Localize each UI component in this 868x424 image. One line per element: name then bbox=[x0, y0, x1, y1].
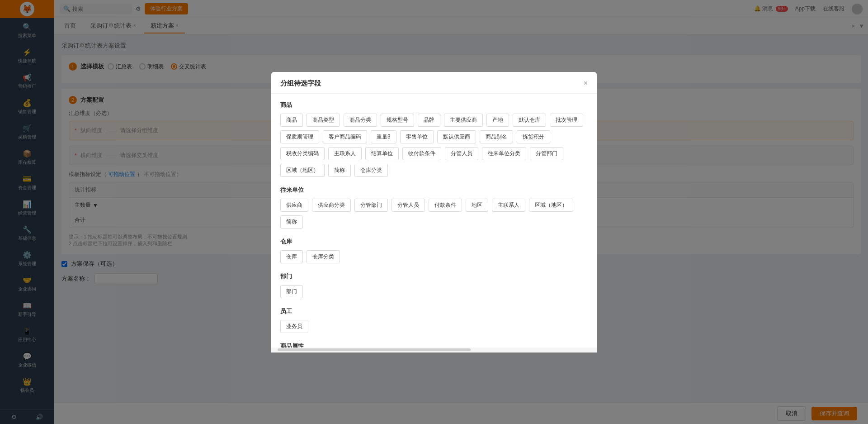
modal-section-title-3: 部门 bbox=[280, 272, 588, 281]
field-chip-0-4[interactable]: 品牌 bbox=[418, 114, 440, 127]
modal-section-title-2: 仓库 bbox=[280, 238, 588, 246]
field-chip-1-0[interactable]: 供应商 bbox=[280, 199, 308, 212]
field-chip-0-8[interactable]: 批次管理 bbox=[550, 114, 583, 127]
field-selection-modal: 分组待选字段 × 商品商品商品类型商品分类规格型号品牌主要供应商产地默认仓库批次… bbox=[271, 72, 597, 292]
modal-body[interactable]: 商品商品商品类型商品分类规格型号品牌主要供应商产地默认仓库批次管理保质期管理客户… bbox=[271, 94, 597, 292]
modal-fields-grid-2: 仓库仓库分类 bbox=[280, 250, 588, 263]
field-chip-0-23[interactable]: 区域（地区） bbox=[280, 164, 325, 177]
modal-section-3: 部门部门 bbox=[280, 272, 588, 292]
field-chip-3-0[interactable]: 部门 bbox=[280, 285, 303, 292]
modal-section-2: 仓库仓库仓库分类 bbox=[280, 238, 588, 263]
field-chip-0-13[interactable]: 默认供应商 bbox=[437, 130, 476, 143]
field-chip-0-14[interactable]: 商品别名 bbox=[480, 130, 513, 143]
field-chip-2-1[interactable]: 仓库分类 bbox=[307, 250, 340, 263]
field-chip-1-8[interactable]: 简称 bbox=[280, 215, 303, 229]
modal-section-title-1: 往来单位 bbox=[280, 186, 588, 194]
field-chip-0-7[interactable]: 默认仓库 bbox=[513, 114, 546, 127]
field-chip-0-22[interactable]: 分管部门 bbox=[530, 147, 563, 160]
modal-section-1: 往来单位供应商供应商分类分管部门分管人员付款条件地区主联系人区域（地区）简称 bbox=[280, 186, 588, 229]
modal-overlay: 分组待选字段 × 商品商品商品类型商品分类规格型号品牌主要供应商产地默认仓库批次… bbox=[0, 0, 868, 291]
field-chip-0-0[interactable]: 商品 bbox=[280, 114, 303, 127]
field-chip-1-6[interactable]: 主联系人 bbox=[492, 199, 525, 212]
modal-header: 分组待选字段 × bbox=[271, 72, 597, 94]
field-chip-1-7[interactable]: 区域（地区） bbox=[529, 199, 573, 212]
modal-fields-grid-0: 商品商品类型商品分类规格型号品牌主要供应商产地默认仓库批次管理保质期管理客户商品… bbox=[280, 114, 588, 177]
field-chip-0-9[interactable]: 保质期管理 bbox=[280, 130, 319, 143]
modal-fields-grid-1: 供应商供应商分类分管部门分管人员付款条件地区主联系人区域（地区）简称 bbox=[280, 199, 588, 229]
field-chip-1-3[interactable]: 分管人员 bbox=[392, 199, 425, 212]
modal-close-icon[interactable]: × bbox=[584, 79, 588, 87]
field-chip-2-0[interactable]: 仓库 bbox=[280, 250, 303, 263]
field-chip-0-6[interactable]: 产地 bbox=[486, 114, 509, 127]
field-chip-0-12[interactable]: 零售单位 bbox=[400, 130, 434, 143]
field-chip-0-17[interactable]: 主联系人 bbox=[328, 147, 362, 160]
field-chip-0-1[interactable]: 商品类型 bbox=[307, 114, 340, 127]
modal-section-0: 商品商品商品类型商品分类规格型号品牌主要供应商产地默认仓库批次管理保质期管理客户… bbox=[280, 101, 588, 177]
field-chip-0-3[interactable]: 规格型号 bbox=[381, 114, 414, 127]
field-chip-0-20[interactable]: 分管人员 bbox=[445, 147, 478, 160]
field-chip-0-15[interactable]: 拣货积分 bbox=[517, 130, 550, 143]
field-chip-0-25[interactable]: 仓库分类 bbox=[354, 164, 388, 177]
field-chip-0-19[interactable]: 收付款条件 bbox=[402, 147, 441, 160]
modal-fields-grid-3: 部门 bbox=[280, 285, 588, 292]
modal-section-title-0: 商品 bbox=[280, 101, 588, 109]
field-chip-0-21[interactable]: 往来单位分类 bbox=[482, 147, 526, 160]
field-chip-0-11[interactable]: 重量3 bbox=[371, 130, 396, 143]
field-chip-0-16[interactable]: 税收分类编码 bbox=[280, 147, 325, 160]
field-chip-1-4[interactable]: 付款条件 bbox=[429, 199, 462, 212]
field-chip-0-5[interactable]: 主要供应商 bbox=[444, 114, 483, 127]
modal-title: 分组待选字段 bbox=[280, 79, 321, 88]
field-chip-0-2[interactable]: 商品分类 bbox=[344, 114, 377, 127]
field-chip-0-10[interactable]: 客户商品编码 bbox=[323, 130, 367, 143]
field-chip-0-24[interactable]: 简称 bbox=[328, 164, 351, 177]
field-chip-1-1[interactable]: 供应商分类 bbox=[312, 199, 351, 212]
field-chip-0-18[interactable]: 结算单位 bbox=[365, 147, 399, 160]
field-chip-1-2[interactable]: 分管部门 bbox=[354, 199, 388, 212]
field-chip-1-5[interactable]: 地区 bbox=[466, 199, 488, 212]
